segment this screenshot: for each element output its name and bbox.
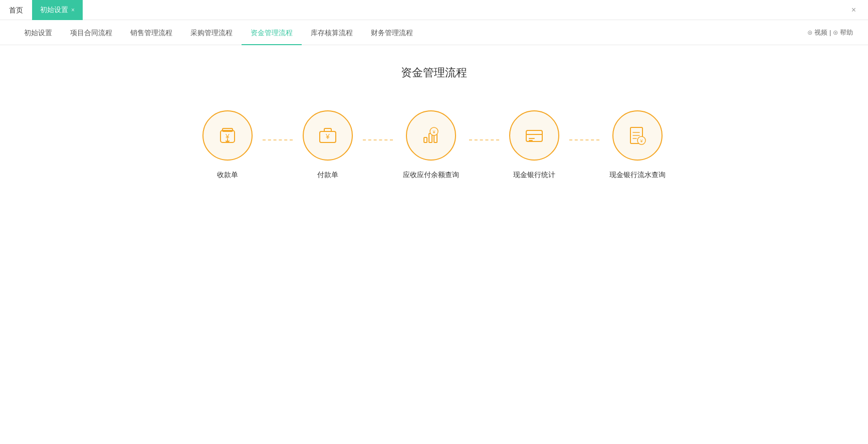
nav-item-caiwu[interactable]: 财务管理流程 [362, 20, 422, 45]
flow-item-fukuan[interactable]: ¥ 付款单 [303, 110, 353, 180]
top-bar-right: × [847, 6, 868, 15]
svg-rect-5 [424, 137, 427, 142]
connector-3 [459, 139, 509, 140]
flow-item-shoukuan[interactable]: ¥ 收款单 [202, 110, 253, 180]
xianjin-icon [522, 123, 546, 147]
liushui-icon: ¥ [625, 123, 649, 147]
dots-4 [569, 139, 599, 140]
nav-bar: 初始设置 项目合同流程 销售管理流程 采购管理流程 资金管理流程 库存核算流程 … [0, 20, 868, 45]
connector-1 [253, 139, 303, 140]
flow-row: ¥ 收款单 ¥ 付款单 [202, 110, 666, 180]
flow-item-yingshou[interactable]: ¥ 应收应付余额查询 [403, 110, 459, 180]
svg-text:¥: ¥ [432, 129, 436, 134]
flow-label-yingshou: 应收应付余额查询 [403, 171, 459, 180]
icon-circle-liushui: ¥ [612, 110, 663, 161]
close-tab-icon[interactable]: × [71, 7, 75, 14]
main-content: 资金管理流程 ¥ 收款单 [0, 45, 868, 200]
dots-2 [363, 139, 393, 140]
nav-bar-right: ⊙ 视频 | ⊙ 帮助 [807, 28, 853, 37]
flow-label-shoukuan: 收款单 [217, 171, 238, 180]
nav-item-chushishezhi[interactable]: 初始设置 [15, 20, 61, 45]
window-close-icon[interactable]: × [847, 6, 860, 15]
help-link[interactable]: ⊙ 帮助 [833, 28, 853, 37]
page-title: 资金管理流程 [401, 65, 467, 80]
active-tab[interactable]: 初始设置 × [32, 0, 83, 20]
flow-item-xianjin[interactable]: 现金银行统计 [509, 110, 559, 180]
flow-label-fukuan: 付款单 [317, 171, 338, 180]
fukuan-icon: ¥ [316, 123, 340, 147]
connector-2 [353, 139, 403, 140]
yingshou-icon: ¥ [419, 123, 443, 147]
svg-rect-10 [526, 130, 542, 141]
video-link[interactable]: ⊙ 视频 [807, 28, 827, 37]
nav-item-caigou[interactable]: 采购管理流程 [181, 20, 242, 45]
nav-item-zijin[interactable]: 资金管理流程 [242, 20, 302, 45]
flow-label-liushui: 现金银行流水查询 [609, 171, 666, 180]
nav-item-xiangmu[interactable]: 项目合同流程 [61, 20, 121, 45]
dots-3 [469, 139, 499, 140]
connector-4 [559, 139, 609, 140]
nav-separator: | [829, 29, 831, 36]
nav-item-kucun[interactable]: 库存核算流程 [302, 20, 362, 45]
icon-circle-shoukuan: ¥ [202, 110, 253, 161]
icon-circle-yingshou: ¥ [406, 110, 456, 161]
icon-circle-fukuan: ¥ [303, 110, 353, 161]
shoukuan-icon: ¥ [215, 123, 240, 147]
svg-text:¥: ¥ [639, 138, 643, 143]
top-bar: 首页 初始设置 × × [0, 0, 868, 20]
nav-item-xiaoshou[interactable]: 销售管理流程 [121, 20, 181, 45]
home-tab[interactable]: 首页 [0, 0, 32, 20]
icon-circle-xianjin [509, 110, 559, 161]
flow-item-liushui[interactable]: ¥ 现金银行流水查询 [609, 110, 666, 180]
svg-text:¥: ¥ [325, 132, 330, 140]
dots-1 [263, 139, 293, 140]
flow-label-xianjin: 现金银行统计 [513, 171, 555, 180]
active-tab-label: 初始设置 [40, 6, 68, 15]
